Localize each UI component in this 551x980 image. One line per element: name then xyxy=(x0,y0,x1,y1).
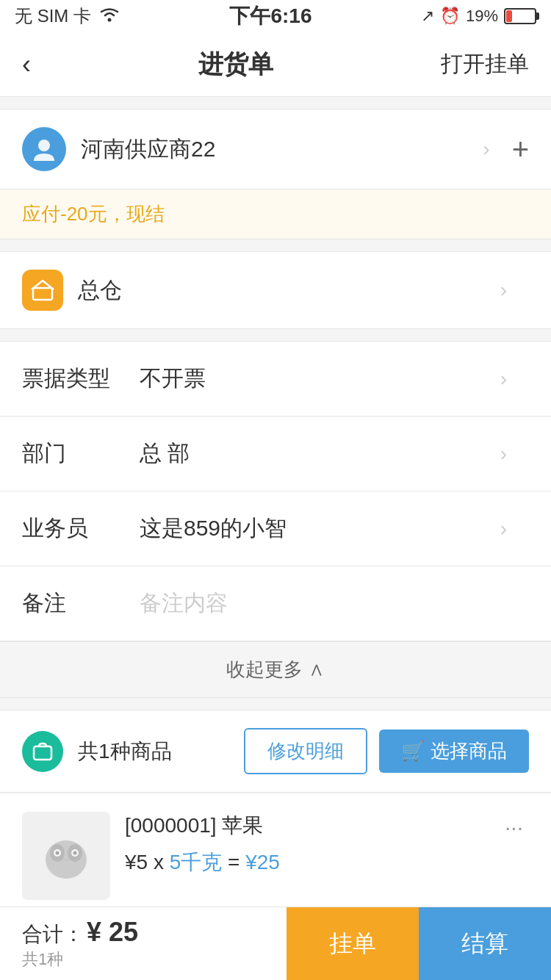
staff-label: 业务员 xyxy=(22,514,125,544)
status-bar: 无 SIM 卡 下午6:16 ↗ ⏰ 19% xyxy=(0,0,551,32)
bottom-bar: 合计： ¥ 25 共1种 挂单 结算 xyxy=(0,907,551,980)
invoice-value: 不开票 xyxy=(125,364,500,394)
more-options-button[interactable]: ··· xyxy=(499,812,529,843)
battery-icon xyxy=(504,8,536,24)
svg-point-9 xyxy=(56,851,60,855)
edit-details-button[interactable]: 修改明细 xyxy=(244,728,367,774)
remark-row[interactable]: 备注 备注内容 xyxy=(0,566,551,641)
product-code: [0000001] xyxy=(125,814,217,837)
remark-label: 备注 xyxy=(22,588,125,619)
svg-point-0 xyxy=(108,18,112,22)
collapse-row[interactable]: 收起更多 ∧ xyxy=(0,641,551,698)
supplier-chevron-icon: › xyxy=(483,137,489,161)
supplier-section: 河南供应商22 › + 应付-20元，现结 xyxy=(0,109,551,239)
select-product-button[interactable]: 🛒 选择商品 xyxy=(379,729,529,773)
back-button[interactable]: ‹ xyxy=(22,49,31,80)
staff-value: 这是859的小智 xyxy=(125,514,500,544)
price-multiply: x xyxy=(154,851,170,873)
total-area: 合计： ¥ 25 共1种 xyxy=(0,907,287,980)
total-amount: ¥ 25 xyxy=(87,917,138,948)
add-supplier-button[interactable]: + xyxy=(512,133,529,166)
battery-level: 19% xyxy=(466,7,498,26)
warehouse-icon xyxy=(22,270,63,311)
total-price: ¥25 xyxy=(245,851,280,873)
remark-input[interactable]: 备注内容 xyxy=(125,588,529,619)
collapse-label: 收起更多 ∧ xyxy=(226,658,324,680)
status-time: 下午6:16 xyxy=(229,2,311,30)
status-right: ↗ ⏰ 19% xyxy=(421,7,536,26)
select-product-label: 选择商品 xyxy=(431,738,507,764)
warehouse-section: 总仓 › xyxy=(0,251,551,329)
supplier-name: 河南供应商22 xyxy=(81,134,483,165)
supplier-note: 应付-20元，现结 xyxy=(0,190,551,239)
staff-chevron-icon: › xyxy=(500,517,507,541)
pending-button[interactable]: 挂单 xyxy=(287,907,419,980)
nav-bar: ‹ 进货单 打开挂单 xyxy=(0,32,551,97)
alarm-icon: ⏰ xyxy=(440,7,460,26)
product-info: [0000001] 苹果 ¥5 x 5千克 = ¥25 xyxy=(125,812,499,876)
staff-row[interactable]: 业务员 这是859的小智 › xyxy=(0,491,551,566)
price-equals: = xyxy=(228,851,245,873)
page-title: 进货单 xyxy=(198,48,273,82)
price-value: ¥5 xyxy=(125,851,148,873)
total-count: 共1种 xyxy=(22,948,264,970)
svg-rect-2 xyxy=(33,288,52,300)
dept-label: 部门 xyxy=(22,439,125,469)
warehouse-chevron-icon: › xyxy=(500,278,507,302)
product-thumbnail xyxy=(22,812,110,900)
invoice-chevron-icon: › xyxy=(500,367,507,391)
quantity-value: 5千克 xyxy=(170,851,223,873)
invoice-row[interactable]: 票据类型 不开票 › xyxy=(0,342,551,417)
warehouse-name: 总仓 xyxy=(78,275,500,306)
supplier-row[interactable]: 河南供应商22 › + xyxy=(0,109,551,190)
cart-icon: 🛒 xyxy=(401,740,425,763)
open-pending-button[interactable]: 打开挂单 xyxy=(441,49,529,79)
carrier-label: 无 SIM 卡 xyxy=(15,4,91,28)
invoice-label: 票据类型 xyxy=(22,364,125,394)
svg-point-10 xyxy=(73,851,77,855)
supplier-avatar xyxy=(22,127,66,171)
warehouse-row[interactable]: 总仓 › xyxy=(0,252,551,328)
checkout-button[interactable]: 结算 xyxy=(419,907,551,980)
svg-point-1 xyxy=(38,140,50,151)
total-label: 合计： xyxy=(22,920,84,948)
form-section: 票据类型 不开票 › 部门 总 部 › 业务员 这是859的小智 › 备注 备注… xyxy=(0,341,551,641)
status-left: 无 SIM 卡 xyxy=(15,4,120,28)
products-count: 共1种商品 xyxy=(78,738,244,765)
location-icon: ↗ xyxy=(421,7,434,26)
dept-value: 总 部 xyxy=(125,439,500,469)
products-header: 共1种商品 修改明细 🛒 选择商品 xyxy=(0,710,551,793)
products-icon xyxy=(22,731,63,772)
product-price-row: ¥5 x 5千克 = ¥25 xyxy=(125,849,499,876)
wifi-icon xyxy=(98,6,120,26)
product-item: [0000001] 苹果 ¥5 x 5千克 = ¥25 ··· xyxy=(0,794,551,918)
dept-row[interactable]: 部门 总 部 › xyxy=(0,417,551,491)
svg-rect-3 xyxy=(34,746,51,760)
dept-chevron-icon: › xyxy=(500,442,507,466)
product-title: 苹果 xyxy=(222,814,263,837)
product-name: [0000001] 苹果 xyxy=(125,812,499,840)
